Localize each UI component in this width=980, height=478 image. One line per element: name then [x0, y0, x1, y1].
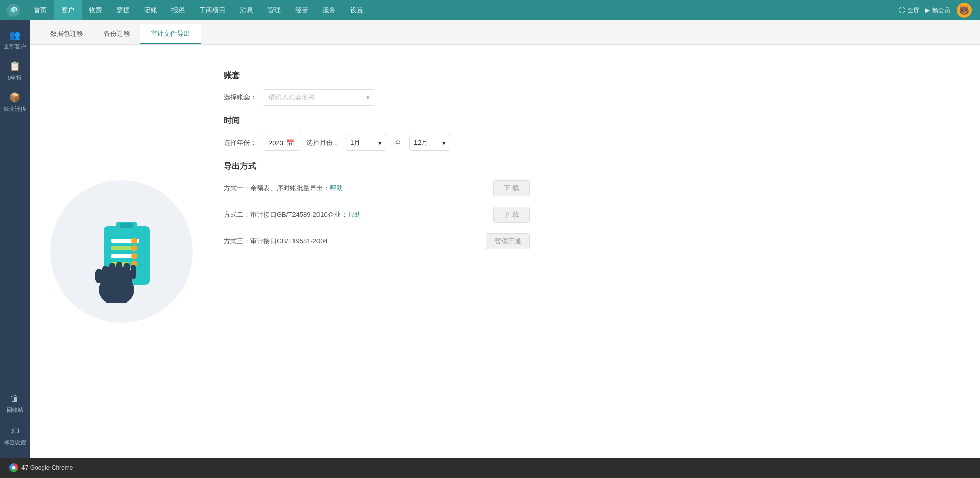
- export-method-1: 方式一：余额表、序时账批量导出：帮助 下 载: [224, 180, 530, 196]
- export-method-1-label: 方式一：余额表、序时账批量导出：: [224, 184, 330, 192]
- time-row: 选择年份： 2023 📅 选择月份： 1月 ▾ 至 12月 ▾: [224, 135, 530, 151]
- svg-rect-12: [120, 223, 133, 228]
- svg-rect-19: [131, 265, 136, 279]
- account-select-row: 选择账套： 请输入账套名称 ▾: [224, 89, 530, 106]
- svg-point-7: [131, 238, 137, 244]
- page-content: 账套 选择账套： 请输入账套名称 ▾ 时间 选择年份： 2023 📅: [30, 45, 980, 458]
- sidebar-label-account-migration: 账套迁移: [4, 105, 26, 113]
- export-method-2-text: 方式二：审计接口GB/T24589-2010企业：帮助: [224, 210, 361, 219]
- sidebar-item-trash[interactable]: 🗑 回收站: [2, 388, 28, 419]
- tag-icon: 🏷: [10, 426, 19, 437]
- audit-illustration: [76, 200, 167, 303]
- user-avatar[interactable]: 🐻: [957, 3, 972, 18]
- export-method-3: 方式三：审计接口GB/T19581-2004 暂缓开通: [224, 233, 530, 249]
- top-nav: 首页 客户 收费 票据 记账 报税 工商项目 消息 管理 经营 服务 设置 ⛶ …: [0, 0, 980, 20]
- nav-customer[interactable]: 客户: [54, 0, 82, 20]
- sidebar-item-zero-declaration[interactable]: 📋 0申报: [0, 56, 30, 87]
- tab-bar: 数据包迁移 备份迁移 审计文件导出: [30, 20, 980, 45]
- fullscreen-button[interactable]: ⛶ 全屏: [899, 6, 919, 15]
- fullscreen-icon: ⛶: [899, 7, 905, 14]
- nav-settings[interactable]: 设置: [343, 0, 371, 20]
- end-month-value: 12月: [414, 138, 428, 147]
- export-method-2: 方式二：审计接口GB/T24589-2010企业：帮助 下 载: [224, 207, 530, 223]
- tab-audit-export[interactable]: 审计文件导出: [140, 24, 201, 44]
- download-button-2[interactable]: 下 载: [493, 207, 530, 223]
- export-method-2-label: 方式二：审计接口GB/T24589-2010企业：: [224, 211, 348, 218]
- svg-rect-18: [124, 263, 130, 281]
- month-label: 选择月份：: [306, 138, 339, 147]
- taskbar-chrome[interactable]: 47 Google Chrome: [4, 461, 78, 474]
- illustration-circle: [50, 180, 193, 323]
- account-select[interactable]: 请输入账套名称 ▾: [263, 89, 375, 106]
- start-month-chevron-icon: ▾: [378, 139, 382, 147]
- export-section-title: 导出方式: [224, 161, 530, 172]
- nav-operation[interactable]: 经营: [288, 0, 315, 20]
- sidebar-label-trash: 回收站: [7, 406, 23, 414]
- nav-items: 首页 客户 收费 票据 记账 报税 工商项目 消息 管理 经营 服务 设置: [27, 0, 899, 20]
- svg-rect-3: [111, 246, 132, 250]
- calendar-icon: 📅: [286, 139, 295, 147]
- nav-message[interactable]: 消息: [233, 0, 260, 20]
- content-area: 数据包迁移 备份迁移 审计文件导出: [30, 20, 980, 458]
- start-month-select[interactable]: 1月 ▾: [346, 135, 386, 151]
- svg-point-20: [95, 269, 103, 283]
- chrome-icon: [9, 463, 18, 472]
- download-button-1[interactable]: 下 载: [493, 180, 530, 196]
- tab-data-migration[interactable]: 数据包迁移: [40, 24, 93, 44]
- all-customers-icon: 👥: [9, 30, 20, 41]
- nav-tax[interactable]: 报税: [164, 0, 192, 20]
- nav-invoice[interactable]: 票据: [109, 0, 137, 20]
- sidebar-item-account-migration[interactable]: 📦 账套迁移: [0, 87, 30, 118]
- sidebar: 👥 全部客户 📋 0申报 📦 账套迁移 🗑 回收站 🏷 标签设置: [0, 20, 30, 458]
- top-nav-right: ⛶ 全屏 ▶ 畅会员 🐻: [899, 3, 980, 18]
- account-section-title: 账套: [224, 70, 530, 81]
- member-icon: ▶: [925, 7, 930, 14]
- sidebar-label-zero-declaration: 0申报: [8, 74, 22, 82]
- export-method-3-text: 方式三：审计接口GB/T19581-2004: [224, 237, 328, 246]
- fullscreen-label: 全屏: [907, 6, 919, 15]
- year-label: 选择年份：: [224, 138, 257, 147]
- sidebar-label-all-customers: 全部客户: [4, 43, 26, 51]
- nav-bookkeeping[interactable]: 记账: [137, 0, 164, 20]
- account-select-placeholder: 请输入账套名称: [268, 93, 366, 102]
- trash-icon: 🗑: [10, 393, 19, 404]
- tab-backup-migration[interactable]: 备份迁移: [93, 24, 140, 44]
- nav-manage[interactable]: 管理: [260, 0, 288, 20]
- year-input[interactable]: 2023 📅: [263, 135, 300, 151]
- form-area: 账套 选择账套： 请输入账套名称 ▾ 时间 选择年份： 2023 📅: [224, 60, 530, 442]
- end-month-select[interactable]: 12月 ▾: [409, 135, 450, 151]
- time-section-title: 时间: [224, 116, 530, 127]
- taskbar-chrome-label: 47 Google Chrome: [21, 464, 73, 471]
- svg-rect-17: [116, 262, 122, 281]
- export-method-1-help-link[interactable]: 帮助: [330, 184, 343, 192]
- year-value: 2023: [268, 139, 283, 147]
- sidebar-label-tag-settings: 标签设置: [4, 439, 26, 446]
- svg-point-8: [131, 245, 137, 251]
- sidebar-bottom: 🗑 回收站 🏷 标签设置: [2, 388, 28, 458]
- svg-rect-16: [109, 263, 115, 281]
- nav-service[interactable]: 服务: [315, 0, 343, 20]
- export-method-2-help-link[interactable]: 帮助: [348, 211, 361, 218]
- export-method-1-text: 方式一：余额表、序时账批量导出：帮助: [224, 184, 343, 193]
- zero-declaration-icon: 📋: [9, 61, 20, 72]
- taskbar: 47 Google Chrome: [0, 458, 980, 478]
- start-month-value: 1月: [350, 138, 360, 147]
- nav-business[interactable]: 工商项目: [192, 0, 233, 20]
- sidebar-item-all-customers[interactable]: 👥 全部客户: [0, 24, 30, 56]
- main-layout: 👥 全部客户 📋 0申报 📦 账套迁移 🗑 回收站 🏷 标签设置 数据包迁移: [0, 20, 980, 458]
- illustration-area: [50, 60, 193, 442]
- account-migration-icon: 📦: [9, 92, 20, 103]
- nav-home[interactable]: 首页: [27, 0, 54, 20]
- nav-fee[interactable]: 收费: [82, 0, 109, 20]
- member-button[interactable]: ▶ 畅会员: [925, 6, 950, 15]
- coming-soon-button: 暂缓开通: [486, 233, 530, 249]
- sidebar-item-tag-settings[interactable]: 🏷 标签设置: [2, 421, 28, 451]
- app-logo: [4, 1, 22, 19]
- svg-point-9: [131, 253, 137, 259]
- to-separator: 至: [393, 138, 403, 147]
- svg-rect-15: [102, 266, 108, 281]
- end-month-chevron-icon: ▾: [442, 139, 446, 147]
- account-select-label: 选择账套：: [224, 93, 257, 102]
- chevron-down-icon: ▾: [366, 94, 370, 101]
- member-label: 畅会员: [932, 6, 950, 15]
